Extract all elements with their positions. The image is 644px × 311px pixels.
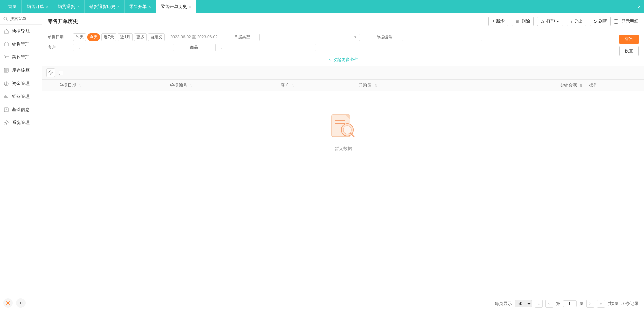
collapse-sidebar-button[interactable] [16, 298, 26, 308]
print-button[interactable]: 🖨 打印 ▼ [537, 17, 563, 26]
svg-point-8 [6, 122, 7, 124]
print-icon: 🖨 [541, 19, 545, 24]
home-icon [3, 28, 9, 34]
table-settings-button[interactable] [46, 68, 55, 77]
empty-text: 暂无数据 [335, 146, 352, 152]
th-checkbox [42, 80, 56, 91]
purchase-icon [3, 54, 9, 60]
page-number-input[interactable] [563, 300, 577, 307]
date-btn-more[interactable]: 更多 [134, 33, 147, 41]
sidebar-item-base-info[interactable]: 基础信息 [0, 103, 42, 116]
toolbar: + 新增 🗑 删除 🖨 打印 ▼ ↑ 导出 [488, 17, 639, 30]
filter-row-customer: 客户 ... 商品 ... [48, 44, 614, 51]
main-layout: 搜索采单 快捷导航 销售管理 [0, 13, 644, 311]
svg-rect-2 [4, 43, 8, 46]
sidebar-item-system[interactable]: 系统管理 [0, 116, 42, 129]
th-amount[interactable]: 实销金额 ⇅ [475, 80, 586, 91]
filter-row-date: 单据日期 昨天 今天 近7天 近1月 更多 自定义 2023-06-02 至 2… [48, 33, 614, 41]
sidebar: 搜索采单 快捷导航 销售管理 [0, 13, 42, 311]
th-number[interactable]: 单据编号 ⇅ [166, 80, 277, 91]
date-btn-custom[interactable]: 自定义 [148, 33, 165, 41]
date-range-display: 2023-06-02 至 2023-06-02 [170, 34, 217, 40]
doc-number-input[interactable] [402, 34, 482, 41]
sort-number-icon: ⇅ [190, 84, 193, 87]
svg-point-4 [7, 59, 8, 59]
pagination: 每页显示 20 50 100 « < 第 页 > » 共0页，0条记录 [42, 296, 644, 311]
chevron-up-icon: ∧ [328, 57, 331, 62]
th-customer[interactable]: 客户 ⇅ [277, 80, 355, 91]
th-actions: 操作 [586, 80, 644, 91]
date-btn-7days[interactable]: 近7天 [101, 33, 116, 41]
first-page-button[interactable]: « [535, 300, 543, 308]
tab-home[interactable]: 首页 [3, 0, 22, 13]
tab-sales-return[interactable]: 销货退货 × [53, 0, 84, 13]
empty-illustration [327, 111, 360, 142]
finance-icon [3, 81, 9, 87]
top-bar-right: × [638, 4, 641, 9]
delete-button[interactable]: 🗑 删除 [512, 17, 534, 26]
tab-list: 首页 销售订单 × 销货退货 × 销货退货历史 × 零售开单 × 零售开单历史 … [3, 0, 196, 13]
data-table: 单据日期 ⇅ 单据编号 ⇅ 客户 ⇅ 导购员 ⇅ [42, 80, 644, 91]
tab-close-sales-return[interactable]: × [77, 5, 79, 9]
sidebar-item-inventory[interactable]: 库存核算 [0, 64, 42, 77]
tab-retail-open-history[interactable]: 零售开单历史 × [156, 0, 196, 13]
th-date[interactable]: 单据日期 ⇅ [56, 80, 166, 91]
prev-page-button[interactable]: < [545, 300, 553, 308]
filter-area: 单据日期 昨天 今天 近7天 近1月 更多 自定义 2023-06-02 至 2… [42, 30, 644, 66]
sort-date-icon: ⇅ [79, 84, 82, 87]
date-btn-1month[interactable]: 近1月 [118, 33, 133, 41]
page-header: 零售开单历史 + 新增 🗑 删除 🖨 打印 ▼ ↑ [42, 13, 644, 30]
doc-type-select[interactable]: ▼ [259, 34, 360, 41]
query-button[interactable]: 查询 [619, 35, 639, 44]
tab-close-sales-order[interactable]: × [46, 5, 48, 9]
show-detail-checkbox[interactable] [614, 19, 618, 24]
search-icon [3, 16, 8, 22]
sidebar-item-sales-mgmt[interactable]: 销售管理 [0, 38, 42, 51]
export-icon: ↑ [571, 19, 573, 24]
page-size-select[interactable]: 20 50 100 [515, 300, 532, 307]
add-button[interactable]: + 新增 [488, 17, 508, 26]
show-detail-checkbox-label[interactable]: 显示明细 [614, 18, 639, 24]
sidebar-search[interactable]: 搜索采单 [0, 13, 42, 25]
tab-close-retail-open[interactable]: × [149, 5, 151, 9]
date-btn-today[interactable]: 今天 [87, 33, 100, 41]
collapse-more-button[interactable]: ∧ 收起更多条件 [48, 57, 639, 63]
gear-button[interactable] [3, 298, 13, 308]
export-button[interactable]: ↑ 导出 [567, 17, 587, 26]
empty-state: 暂无数据 [42, 91, 644, 172]
sort-customer-icon: ⇅ [292, 84, 295, 87]
inventory-icon [3, 67, 9, 73]
product-input[interactable]: ... [215, 44, 316, 51]
sidebar-item-operations[interactable]: 经营管理 [0, 90, 42, 103]
th-salesperson[interactable]: 导购员 ⇅ [355, 80, 449, 91]
refresh-button[interactable]: ↻ 刷新 [590, 17, 611, 26]
select-all-checkbox[interactable] [59, 71, 63, 75]
sidebar-item-purchase-mgmt[interactable]: 采购管理 [0, 51, 42, 64]
close-window-button[interactable]: × [638, 4, 641, 9]
date-filter-buttons: 昨天 今天 近7天 近1月 更多 自定义 [73, 33, 165, 41]
tab-sales-order[interactable]: 销售订单 × [22, 0, 53, 13]
sidebar-item-finance[interactable]: 资金管理 [0, 77, 42, 90]
svg-point-9 [7, 302, 9, 304]
operations-icon [3, 94, 9, 100]
settings-button[interactable]: 设置 [619, 46, 639, 56]
sidebar-bottom [0, 295, 42, 311]
refresh-icon: ↻ [593, 19, 597, 24]
sidebar-item-quick-nav[interactable]: 快捷导航 [0, 25, 42, 38]
sales-icon [3, 41, 9, 47]
customer-input[interactable]: ... [73, 44, 174, 51]
delete-icon: 🗑 [515, 19, 520, 24]
system-icon [3, 120, 9, 126]
chevron-down-icon: ▼ [354, 35, 357, 39]
table-area: 单据日期 ⇅ 单据编号 ⇅ 客户 ⇅ 导购员 ⇅ [42, 66, 644, 296]
page-title: 零售开单历史 [48, 18, 78, 28]
last-page-button[interactable]: » [597, 300, 605, 308]
date-btn-yesterday[interactable]: 昨天 [73, 33, 86, 41]
tab-sales-return-history[interactable]: 销货退货历史 × [85, 0, 125, 13]
tab-retail-open[interactable]: 零售开单 × [125, 0, 156, 13]
next-page-button[interactable]: > [586, 300, 594, 308]
sort-amount-icon: ⇅ [580, 84, 582, 87]
tab-close-retail-open-history[interactable]: × [189, 5, 191, 9]
total-info: 共0页，0条记录 [608, 301, 639, 307]
tab-close-sales-return-history[interactable]: × [117, 5, 119, 9]
